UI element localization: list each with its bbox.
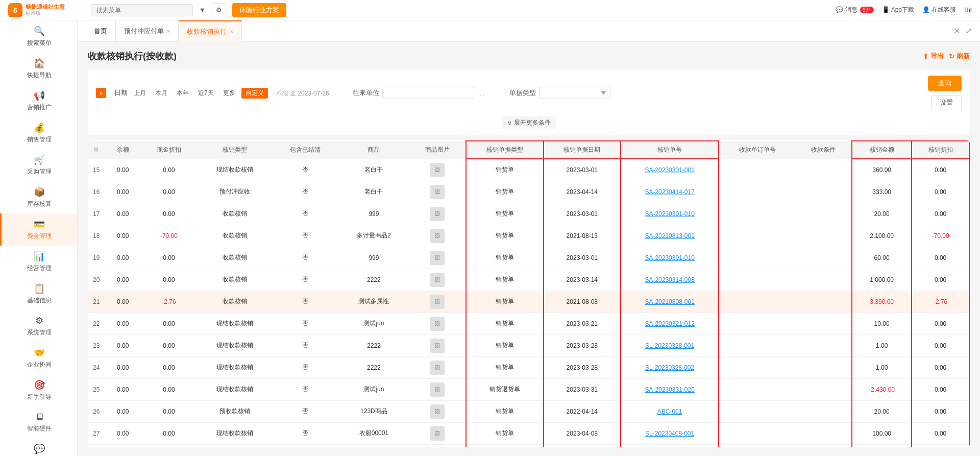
bill-no-link[interactable]: SA-20230314-008 (645, 276, 694, 283)
col-receipt-condition-header: 收款条件 (795, 141, 852, 159)
close-window-icon[interactable]: ✕ (953, 26, 960, 36)
cell-writeoff-bill-type: 销货单 (466, 444, 543, 447)
bill-no-link[interactable]: SA-20230301-001 (645, 166, 694, 174)
sidebar-item-wechat[interactable]: 💬 企业微信 (0, 438, 77, 456)
cell-writeoff-bill-no[interactable]: SA-20230414-017 (621, 181, 719, 203)
bill-no-link[interactable]: SL-20230408-001 (645, 430, 694, 437)
more-filter-dots[interactable]: ... (477, 89, 486, 97)
tab-home[interactable]: 首页 (86, 20, 116, 42)
bill-no-link[interactable]: SA-20210808-001 (645, 298, 694, 305)
date-opt-more[interactable]: 更多 (220, 88, 238, 99)
sidebar-item-guide[interactable]: 🎯 新手引导 (0, 374, 77, 406)
logo-icon: 6 (8, 3, 22, 17)
maximize-icon[interactable]: ⤢ (965, 26, 972, 36)
tab-prepay[interactable]: 预付冲应付单 × (116, 20, 179, 42)
cell-product: 老白干 (338, 159, 410, 181)
cell-writeoff-bill-no[interactable]: SL-20230418-001 (621, 444, 719, 447)
sidebar-item-purchase[interactable]: 🛒 采购管理 (0, 149, 77, 181)
from-unit-input[interactable] (382, 87, 474, 99)
date-opt-7days[interactable]: 近7天 (195, 88, 217, 99)
cell-writeoff-type: 现结收款核销 (197, 422, 273, 444)
cell-writeoff-bill-type: 销货单 (466, 159, 543, 181)
cell-include-settled: 否 (273, 269, 338, 291)
settings-icon[interactable]: ⚙ (212, 3, 226, 17)
cell-writeoff-bill-no[interactable]: SA-20230301-010 (621, 203, 719, 225)
product-image: 🖼 (430, 361, 445, 375)
home-icon: 🏠 (34, 58, 45, 69)
cell-writeoff-discount: 0.00 (912, 378, 969, 400)
bill-no-link[interactable]: ABC-001 (657, 408, 682, 415)
cell-writeoff-bill-no[interactable]: SL-20230328-001 (621, 334, 719, 356)
sidebar-item-sales[interactable]: 💰 销售管理 (0, 117, 77, 149)
cell-include-settled: 否 (273, 247, 338, 269)
bill-no-link[interactable]: SA-20230331-026 (645, 386, 694, 393)
sidebar-item-operations[interactable]: 📊 经营管理 (0, 246, 77, 278)
bill-no-link[interactable]: SA-20230301-010 (645, 254, 694, 261)
product-image: 🖼 (430, 185, 445, 199)
bill-type-select[interactable] (539, 87, 610, 99)
col-writeoff-amount-header: 核销金额 (852, 141, 912, 159)
cell-receipt-condition (795, 181, 852, 203)
app-logo: 6 畅捷通谁好生意 标准版 (8, 3, 85, 17)
search-input[interactable] (91, 4, 193, 16)
main-layout: 🔍 搜索菜单 🏠 快捷导航 📢 营销推广 💰 销售管理 🛒 采购管理 📦 库存核… (0, 20, 980, 456)
bill-no-link[interactable]: SA-20210813-001 (645, 232, 694, 239)
cell-writeoff-bill-no[interactable]: SL-20230408-001 (621, 422, 719, 444)
cell-writeoff-bill-no[interactable]: SA-20210808-001 (621, 291, 719, 313)
expand-more-conditions[interactable]: ∨ 展开更多条件 (502, 116, 556, 129)
refresh-button[interactable]: ↻ 刷新 (949, 52, 970, 61)
sidebar-item-basic-info[interactable]: 📋 基础信息 (0, 278, 77, 310)
cell-writeoff-bill-no[interactable]: SA-20230301-010 (621, 247, 719, 269)
user-name: Rit (964, 7, 972, 14)
sidebar-item-marketing[interactable]: 📢 营销推广 (0, 85, 77, 117)
sidebar-item-hardware[interactable]: 🖥 智能硬件 (0, 406, 77, 438)
sidebar-item-system[interactable]: ⚙ 系统管理 (0, 310, 77, 342)
filter-expand-icon[interactable]: » (96, 88, 106, 98)
sidebar-item-collab[interactable]: 🤝 企业协同 (0, 342, 77, 374)
sidebar-item-inventory[interactable]: 📦 库存核算 (0, 181, 77, 213)
sidebar-item-nav[interactable]: 🏠 快捷导航 (0, 53, 77, 85)
cell-writeoff-bill-no[interactable]: SA-20230331-026 (621, 378, 719, 400)
tab-writeoff-close[interactable]: × (230, 29, 233, 35)
date-options: 上月 本月 本年 近7天 更多 自定义 (131, 88, 268, 99)
product-image: 🖼 (430, 339, 445, 353)
setting-button[interactable]: 设置 (931, 95, 962, 110)
cell-writeoff-bill-no[interactable]: SA-20230314-008 (621, 269, 719, 291)
dropdown-arrow-icon[interactable]: ▼ (199, 6, 206, 14)
cell-writeoff-discount: 0.00 (912, 422, 969, 444)
sidebar-item-search[interactable]: 🔍 搜索菜单 (0, 20, 77, 53)
bill-no-link[interactable]: SA-20230321-012 (645, 320, 694, 327)
cell-balance: 0.00 (105, 159, 141, 181)
col-cash-discount-header: 现金折扣 (141, 141, 197, 159)
col-settings-header[interactable]: ⚙ (88, 141, 105, 159)
bill-no-link[interactable]: SL-20230328-001 (645, 342, 694, 349)
cell-writeoff-type: 现结收款核销 (197, 159, 273, 181)
tab-prepay-close[interactable]: × (167, 28, 170, 34)
cell-writeoff-bill-no[interactable]: ABC-001 (621, 400, 719, 422)
top-bar-actions: 💬 消息 99+ 📱 App下载 👤 在线客服 Rit (836, 6, 972, 14)
cell-cash-discount: 0.00 (141, 400, 197, 422)
sidebar-item-finance[interactable]: 💳 资金管理 (0, 213, 77, 246)
cell-writeoff-bill-no[interactable]: SA-20210813-001 (621, 225, 719, 247)
date-opt-this-month[interactable]: 本月 (152, 88, 170, 99)
date-opt-last-month[interactable]: 上月 (131, 88, 149, 99)
bill-no-link[interactable]: SA-20230301-010 (645, 210, 694, 218)
cell-writeoff-bill-type: 销货单 (466, 422, 543, 444)
date-opt-this-year[interactable]: 本年 (174, 88, 192, 99)
cell-writeoff-bill-date: 2021-08-08 (544, 291, 621, 313)
export-button[interactable]: ⬆ 导出 (923, 52, 944, 61)
bill-no-link[interactable]: SA-20230414-017 (645, 188, 694, 196)
app-download-link[interactable]: 📱 App下载 (882, 6, 914, 14)
custom-date-button[interactable]: 自定义 (241, 88, 268, 99)
messages-link[interactable]: 💬 消息 99+ (836, 6, 874, 14)
bill-no-link[interactable]: SL-20230328-002 (645, 364, 694, 371)
query-button[interactable]: 查询 (928, 76, 962, 91)
cell-product: 测试jun (338, 378, 410, 400)
tab-writeoff[interactable]: 收款核销执行 × (179, 20, 241, 42)
cell-writeoff-bill-no[interactable]: SA-20230301-001 (621, 159, 719, 181)
industry-button[interactable]: 休验行业方案 (232, 3, 286, 17)
sidebar-label-marketing: 营销推广 (27, 103, 52, 112)
cell-writeoff-bill-no[interactable]: SL-20230328-002 (621, 356, 719, 378)
cell-writeoff-bill-no[interactable]: SA-20230321-012 (621, 313, 719, 334)
online-service-link[interactable]: 👤 在线客服 (922, 6, 956, 14)
